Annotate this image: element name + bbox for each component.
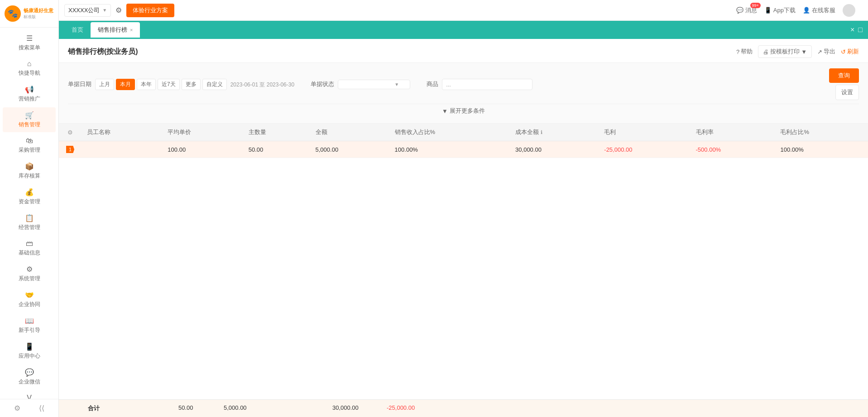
message-button[interactable]: 💬 消息 99+: [736, 6, 757, 14]
help-button[interactable]: ? 帮助: [736, 48, 753, 56]
refresh-button[interactable]: ↺ 刷新: [841, 48, 859, 56]
sidebar-item-marketing[interactable]: 📢 营销推广: [3, 81, 56, 106]
logo-text: 畅康通好生意: [24, 7, 53, 14]
service-icon: 👤: [803, 7, 810, 14]
print-dropdown-arrow: ▼: [801, 48, 807, 55]
sidebar-item-label: 企业微信: [19, 378, 40, 386]
goods-input[interactable]: ...: [442, 79, 532, 90]
sidebar-item-sales[interactable]: 🛒 销售管理: [3, 107, 56, 132]
app-download-button[interactable]: 📱 App下载: [764, 6, 796, 14]
sidebar-item-basic[interactable]: 🗃 基础信息: [3, 236, 56, 260]
logo-badge: 标准版: [24, 14, 53, 20]
sidebar-item-label: 经营管理: [19, 224, 40, 231]
col-cost: 成本全额 ℹ: [510, 124, 599, 141]
cell-gross-ratio: 100.00%: [775, 141, 868, 158]
sales-icon: 🛒: [25, 111, 34, 120]
header-actions: ? 帮助 🖨 按模板打印 ▼ ↗ 导出 ↺ 刷新: [736, 45, 859, 58]
logo-icon: 🐾: [5, 5, 21, 22]
tab-bar: 首页 销售排行榜 × × □: [59, 21, 868, 39]
logo-text-group: 畅康通好生意 标准版: [24, 7, 53, 19]
tab-sales-ranking[interactable]: 销售排行榜 ×: [91, 22, 140, 38]
footer-empty-1: [64, 404, 82, 412]
sidebar-settings-icon[interactable]: ⚙: [14, 404, 20, 412]
query-button[interactable]: 查询: [829, 68, 859, 83]
refresh-icon: ↺: [841, 48, 846, 55]
sidebar-collapse-icon[interactable]: ⟨⟨: [39, 404, 44, 412]
sidebar-item-label: 基础信息: [19, 249, 40, 257]
col-qty: 主数量: [243, 124, 310, 141]
export-button[interactable]: ↗ 导出: [817, 48, 835, 56]
footer-qty: 50.00: [173, 404, 218, 412]
sidebar-item-wechat[interactable]: 💬 企业微信: [3, 364, 56, 389]
footer-cost: 30,000.00: [327, 404, 381, 412]
company-name: XXXXX公司: [68, 6, 100, 14]
table-wrapper: ⚙ 员工名称 平均单价 主数量 全额 销售收入占比% 成本全额 ℹ 毛利 毛利率…: [59, 124, 868, 417]
user-avatar[interactable]: [843, 4, 855, 17]
table-footer: 合计 50.00 5,000.00 30,000.00 -25,000.00: [59, 399, 868, 417]
expand-filter-button[interactable]: ▼ 展开更多条件: [442, 107, 485, 115]
table-body: 1 100.00 50.00 5,000.00 100.00% 30,000.0…: [59, 141, 868, 158]
page-title: 销售排行榜(按业务员): [68, 47, 138, 57]
online-service-button[interactable]: 👤 在线客服: [803, 6, 835, 14]
cost-info-icon[interactable]: ℹ: [541, 129, 542, 135]
sidebar-item-system[interactable]: ⚙ 系统管理: [3, 261, 56, 286]
sidebar-logo: 🐾 畅康通好生意 标准版: [0, 0, 58, 28]
date-filter-label: 单据日期: [68, 80, 91, 88]
sidebar-item-purchase[interactable]: 🛍 采购管理: [3, 133, 56, 158]
sidebar-item-quicknav[interactable]: ⌂ 快捷导航: [3, 56, 56, 81]
tab-bar-actions: × □: [850, 26, 863, 34]
sidebar-item-guide[interactable]: 📖 新手引导: [3, 313, 56, 338]
col-settings-icon[interactable]: ⚙: [59, 124, 82, 141]
col-gross-rate: 毛利率: [691, 124, 775, 141]
date-btn-1[interactable]: 本月: [116, 79, 135, 90]
tab-home[interactable]: 首页: [64, 22, 91, 38]
settings-button[interactable]: 设置: [835, 85, 859, 100]
system-icon: ⚙: [26, 265, 33, 273]
goods-filter-group: 商品 ...: [427, 79, 532, 90]
col-sales-ratio: 销售收入占比%: [389, 124, 510, 141]
date-btn-5[interactable]: 自定义: [202, 79, 227, 90]
finance-icon: 💰: [25, 188, 34, 197]
company-selector[interactable]: XXXXX公司 ▼: [64, 4, 111, 17]
rank-arrow: 1: [66, 146, 74, 153]
status-select[interactable]: ▼: [338, 80, 410, 89]
sidebar-item-operations[interactable]: 📋 经营管理: [3, 210, 56, 235]
sidebar-item-label: 销售管理: [19, 121, 40, 129]
sidebar-item-inventory[interactable]: 📦 库存核算: [3, 158, 56, 183]
cell-amount: 5,000.00: [310, 141, 389, 158]
tab-close-icon[interactable]: ×: [130, 27, 133, 33]
sidebar-item-cooperation[interactable]: 🤝 企业协同: [3, 287, 56, 312]
expand-filter-row: ▼ 展开更多条件: [68, 104, 859, 118]
operations-icon: 📋: [25, 214, 34, 222]
basic-info-icon: 🗃: [26, 240, 33, 248]
trial-button[interactable]: 体验行业方案: [126, 4, 174, 17]
date-btn-3[interactable]: 近7天: [158, 79, 180, 90]
sidebar-item-label: 快捷导航: [19, 69, 40, 77]
date-btn-4[interactable]: 更多: [182, 79, 201, 90]
col-avg-price: 平均单价: [162, 124, 243, 141]
company-dropdown-arrow: ▼: [102, 8, 107, 13]
sidebar-item-finance[interactable]: 💰 资金管理: [3, 184, 56, 209]
tab-maximize-button[interactable]: □: [858, 26, 863, 34]
col-gross-ratio: 毛利占比%: [775, 124, 868, 141]
page-content: 销售排行榜(按业务员) ? 帮助 🖨 按模板打印 ▼ ↗ 导出: [59, 39, 868, 417]
sidebar-item-apps[interactable]: 📱 应用中心: [3, 339, 56, 364]
print-button[interactable]: 🖨 按模板打印 ▼: [758, 45, 812, 58]
date-btn-2[interactable]: 本年: [137, 79, 156, 90]
sidebar-item-label: 营销推广: [19, 95, 40, 103]
tab-minimize-button[interactable]: ×: [850, 26, 854, 34]
sidebar-item-search[interactable]: ☰ 搜索菜单: [3, 30, 56, 55]
footer-amount: 5,000.00: [218, 404, 273, 412]
print-icon: 🖨: [763, 48, 769, 55]
topbar-settings-icon[interactable]: ⚙: [115, 6, 122, 14]
cell-gross-rate: -500.00%: [691, 141, 775, 158]
marketing-icon: 📢: [25, 85, 34, 94]
sidebar: 🐾 畅康通好生意 标准版 ☰ 搜索菜单 ⌂ 快捷导航 📢 营销推广 🛒 销售管: [0, 0, 59, 417]
filter-bar: 单据日期 上月本月本年近7天更多自定义 2023-06-01 至 2023-06…: [59, 63, 868, 124]
footer-gross: -25,000.00: [381, 404, 436, 412]
sales-table: ⚙ 员工名称 平均单价 主数量 全额 销售收入占比% 成本全额 ℹ 毛利 毛利率…: [59, 124, 868, 158]
topbar-right: 💬 消息 99+ 📱 App下载 👤 在线客服: [736, 4, 863, 17]
date-btn-0[interactable]: 上月: [95, 79, 114, 90]
cell-employee-name: [82, 141, 162, 158]
sidebar-item-member[interactable]: V 畅会员: [3, 390, 56, 399]
